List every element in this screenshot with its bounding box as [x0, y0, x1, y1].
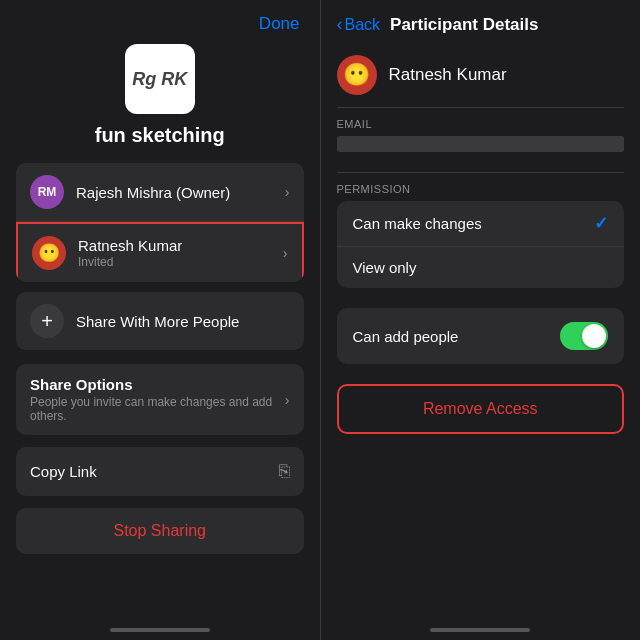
- share-options-item[interactable]: Share Options People you invite can make…: [16, 364, 304, 435]
- email-label: Email: [337, 118, 625, 130]
- checkmark-icon: ✓: [594, 213, 608, 234]
- app-title: fun sketching: [95, 124, 225, 147]
- can-add-people-group: Can add people: [337, 308, 625, 364]
- copy-link-item[interactable]: Copy Link ⎘: [16, 447, 304, 496]
- share-options-text: Share Options People you invite can make…: [30, 376, 285, 423]
- view-only-item[interactable]: View only: [337, 247, 625, 288]
- owner-initials: RM: [38, 185, 57, 199]
- participant-info: 😶 Ratnesh Kumar: [321, 39, 641, 107]
- left-header: Done: [0, 0, 320, 34]
- add-icon: +: [30, 304, 64, 338]
- owner-item[interactable]: RM Rajesh Mishra (Owner) ›: [16, 163, 304, 222]
- owner-text: Rajesh Mishra (Owner): [76, 184, 285, 201]
- remove-access-section: Remove Access: [321, 372, 641, 446]
- copy-link-section: Copy Link ⎘: [0, 447, 320, 496]
- copy-icon: ⎘: [279, 461, 290, 482]
- stop-sharing-label: Stop Sharing: [113, 522, 206, 540]
- view-only-label: View only: [353, 259, 417, 276]
- permission-group: Can make changes ✓ View only: [337, 201, 625, 288]
- participant-item[interactable]: 😶 Ratnesh Kumar Invited ›: [16, 222, 304, 282]
- app-thumbnail: Rg RK: [125, 44, 195, 114]
- left-panel: Done Rg RK fun sketching RM Rajesh Mishr…: [0, 0, 320, 640]
- email-section: Email: [321, 108, 641, 164]
- toggle-knob: [582, 324, 606, 348]
- permission-section: PERMISSION Can make changes ✓ View only: [321, 173, 641, 298]
- share-more-label: Share With More People: [76, 313, 290, 330]
- back-label: Back: [345, 16, 381, 34]
- participant-avatar: 😶: [32, 236, 66, 270]
- share-more-item[interactable]: + Share With More People: [16, 292, 304, 350]
- share-options-desc: People you invite can make changes and a…: [30, 395, 285, 423]
- participants-list: RM Rajesh Mishra (Owner) › 😶 Ratnesh Kum…: [0, 163, 320, 352]
- participant-details-title: Participant Details: [390, 15, 538, 35]
- home-indicator: [110, 628, 210, 632]
- stop-sharing-section: Stop Sharing: [0, 508, 320, 554]
- stop-sharing-item[interactable]: Stop Sharing: [16, 508, 304, 554]
- participant-detail-name: Ratnesh Kumar: [389, 65, 507, 85]
- can-add-people-label: Can add people: [353, 328, 459, 345]
- participant-text: Ratnesh Kumar Invited: [78, 237, 283, 269]
- right-panel: ‹ Back Participant Details 😶 Ratnesh Kum…: [321, 0, 641, 640]
- participant-chevron-icon: ›: [283, 245, 288, 261]
- share-more-text: Share With More People: [76, 313, 290, 330]
- right-header: ‹ Back Participant Details: [321, 0, 641, 35]
- copy-link-label: Copy Link: [30, 463, 97, 480]
- owner-chevron-icon: ›: [285, 184, 290, 200]
- thumbnail-text: Rg RK: [132, 69, 187, 90]
- home-indicator-right: [430, 628, 530, 632]
- can-make-changes-label: Can make changes: [353, 215, 482, 232]
- owner-name: Rajesh Mishra (Owner): [76, 184, 285, 201]
- can-make-changes-item[interactable]: Can make changes ✓: [337, 201, 625, 247]
- share-options-chevron-icon: ›: [285, 392, 290, 408]
- done-button[interactable]: Done: [259, 14, 300, 34]
- email-value-bar: [337, 136, 625, 152]
- can-add-people-item[interactable]: Can add people: [337, 308, 625, 364]
- participants-group: RM Rajesh Mishra (Owner) › 😶 Ratnesh Kum…: [16, 163, 304, 282]
- remove-access-button[interactable]: Remove Access: [337, 384, 625, 434]
- back-chevron-icon: ‹: [337, 14, 343, 35]
- owner-avatar: RM: [30, 175, 64, 209]
- back-button[interactable]: ‹ Back: [337, 14, 381, 35]
- participant-detail-avatar: 😶: [337, 55, 377, 95]
- participant-sub: Invited: [78, 255, 283, 269]
- share-options-title: Share Options: [30, 376, 285, 393]
- share-options-section: Share Options People you invite can make…: [0, 364, 320, 435]
- can-add-toggle[interactable]: [560, 322, 608, 350]
- participant-name: Ratnesh Kumar: [78, 237, 283, 254]
- permission-section-label: PERMISSION: [321, 183, 641, 195]
